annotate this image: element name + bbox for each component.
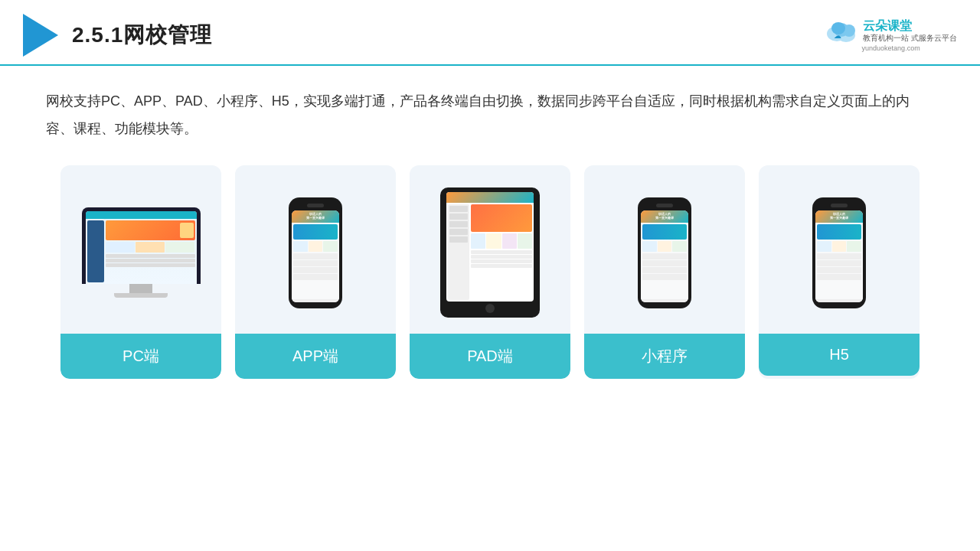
page-title: 2.5.1网校管理 — [72, 21, 212, 50]
pc-label: PC端 — [60, 334, 221, 379]
pc-screen-inner — [86, 211, 197, 284]
brand-slogan: 教育机构一站 式服务云平台 — [863, 34, 957, 43]
h5-label: H5 — [759, 334, 920, 376]
h5-image-area: 职适人的第一堂兴趣课 — [759, 165, 920, 334]
pad-card: PAD端 — [410, 165, 570, 379]
pc-mockup — [82, 207, 201, 298]
miniprogram-label: 小程序 — [584, 334, 745, 379]
cloud-icon: ☁ — [825, 18, 858, 43]
svg-text:☁: ☁ — [834, 31, 841, 40]
h5-phone-mockup: 职适人的第一堂兴趣课 — [812, 197, 866, 308]
logo-triangle-icon — [23, 14, 58, 57]
app-label: APP端 — [235, 334, 396, 379]
app-image-area: 职适人的第一堂兴趣课 — [235, 165, 396, 334]
pad-image-area — [410, 165, 570, 334]
description-text: 网校支持PC、APP、PAD、小程序、H5，实现多端打通，产品各终端自由切换，数… — [46, 87, 934, 142]
brand-url: yunduoketang.com — [862, 44, 920, 52]
pad-label: PAD端 — [410, 334, 570, 379]
header-right: ☁ 云朵课堂 教育机构一站 式服务云平台 yunduoketang.com — [825, 18, 957, 52]
miniprogram-phone-mockup: 职适人的第一堂兴趣课 — [638, 197, 691, 308]
miniprogram-image-area: 职适人的第一堂兴趣课 — [584, 165, 745, 334]
pad-tablet-mockup — [440, 187, 540, 318]
app-phone-mockup: 职适人的第一堂兴趣课 — [289, 197, 342, 308]
header: 2.5.1网校管理 ☁ 云朵课堂 教育机构一站 式服务云平台 yunduo — [0, 0, 980, 66]
brand-name: 云朵课堂 — [863, 18, 957, 33]
pc-card: PC端 — [60, 165, 221, 379]
header-left: 2.5.1网校管理 — [23, 14, 212, 57]
pc-image-area — [60, 165, 221, 334]
miniprogram-card: 职适人的第一堂兴趣课 — [584, 165, 745, 379]
pc-screen-outer — [82, 207, 201, 284]
cards-row: PC端 职适人的第一堂兴趣课 — [46, 165, 934, 379]
app-card: 职适人的第一堂兴趣课 — [235, 165, 396, 379]
main-content: 网校支持PC、APP、PAD、小程序、H5，实现多端打通，产品各终端自由切换，数… — [0, 66, 980, 394]
brand-text-block: 云朵课堂 教育机构一站 式服务云平台 — [863, 18, 957, 42]
h5-card: 职适人的第一堂兴趣课 — [759, 165, 920, 379]
brand-logo: ☁ 云朵课堂 教育机构一站 式服务云平台 — [825, 18, 957, 43]
